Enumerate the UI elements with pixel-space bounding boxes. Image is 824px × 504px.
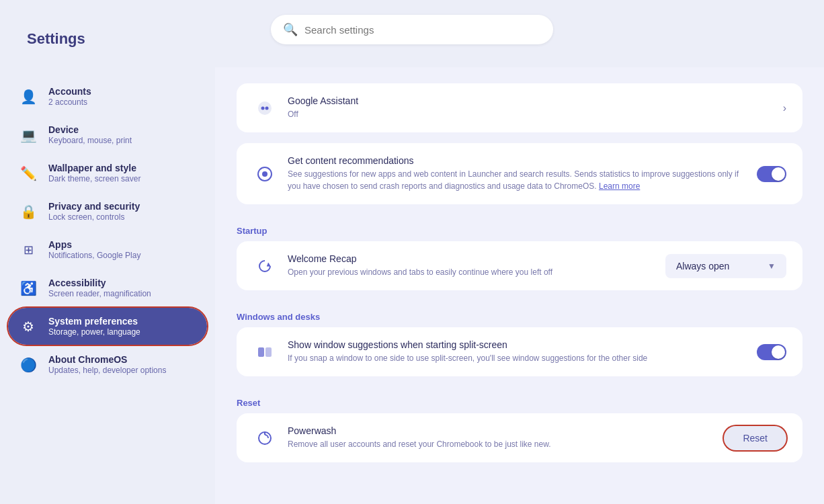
powerwash-card: Powerwash Remove all user accounts and r… <box>237 413 802 462</box>
header: Settings 🔍 <box>0 0 824 67</box>
svg-rect-6 <box>265 347 272 357</box>
svg-point-4 <box>262 171 267 177</box>
sidebar-item-title: Privacy and security <box>48 201 196 212</box>
accessibility-icon: ♿ <box>19 280 38 296</box>
content-rec-icon <box>253 162 277 186</box>
sidebar-item-title: Wallpaper and style <box>48 163 196 173</box>
sidebar-item-subtitle: Dark theme, screen saver <box>48 174 196 183</box>
search-icon: 🔍 <box>283 22 298 37</box>
google-assistant-subtitle: Off <box>288 108 772 120</box>
sidebar-item-subtitle: Keyboard, mouse, print <box>48 136 196 145</box>
welcome-recap-icon <box>253 254 277 278</box>
content-rec-title: Get content recommendations <box>288 155 746 166</box>
split-screen-toggle[interactable] <box>757 344 786 360</box>
powerwash-subtitle: Remove all user accounts and reset your … <box>288 438 713 450</box>
content-recommendations-card: Get content recommendations See suggesti… <box>237 143 802 204</box>
search-input[interactable] <box>304 24 541 36</box>
reset-button[interactable]: Reset <box>724 426 786 450</box>
reset-section-label: Reset <box>237 387 802 413</box>
sidebar-item-title: Device <box>48 124 196 135</box>
powerwash-icon <box>253 426 277 450</box>
welcome-recap-dropdown[interactable]: Always open ▼ <box>665 254 786 278</box>
google-assistant-title: Google Assistant <box>288 95 772 106</box>
page-title: Settings <box>27 30 85 48</box>
split-screen-icon <box>253 340 277 364</box>
startup-section-label: Startup <box>237 215 802 241</box>
privacy-icon: 🔒 <box>19 204 38 220</box>
sidebar-item-title: Apps <box>48 239 196 250</box>
dropdown-value: Always open <box>676 261 729 271</box>
sidebar-item-apps[interactable]: ⊞ Apps Notifications, Google Play <box>8 231 207 268</box>
sidebar-item-subtitle: Screen reader, magnification <box>48 289 196 298</box>
google-assistant-row: Google Assistant Off › <box>237 83 802 132</box>
sidebar-item-title: Accounts <box>48 86 196 97</box>
powerwash-row: Powerwash Remove all user accounts and r… <box>237 413 802 462</box>
learn-more-link[interactable]: Learn more <box>599 181 640 191</box>
dropdown-arrow-icon: ▼ <box>768 261 776 271</box>
sidebar-item-subtitle: Lock screen, controls <box>48 212 196 222</box>
sidebar-item-subtitle: Storage, power, language <box>48 327 196 337</box>
windows-section-label: Windows and desks <box>237 301 802 327</box>
split-screen-subtitle: If you snap a window to one side to use … <box>288 352 746 364</box>
welcome-recap-subtitle: Open your previous windows and tabs to e… <box>288 266 655 278</box>
google-assistant-card: Google Assistant Off › <box>237 83 802 132</box>
content-rec-toggle[interactable] <box>757 166 786 182</box>
content-recommendations-row: Get content recommendations See suggesti… <box>237 143 802 204</box>
svg-point-1 <box>261 106 265 110</box>
content-rec-subtitle: See suggestions for new apps and web con… <box>288 168 746 192</box>
device-icon: 💻 <box>19 127 38 143</box>
welcome-recap-card: Welcome Recap Open your previous windows… <box>237 241 802 290</box>
main-content: Google Assistant Off › Get content recom… <box>215 67 824 504</box>
svg-rect-5 <box>258 347 264 357</box>
sidebar-item-wallpaper[interactable]: ✏️ Wallpaper and style Dark theme, scree… <box>8 155 207 192</box>
body: 👤 Accounts 2 accounts 💻 Device Keyboard,… <box>0 67 824 504</box>
split-screen-card: Show window suggestions when starting sp… <box>237 327 802 376</box>
svg-point-0 <box>258 101 272 115</box>
sidebar-item-title: Accessibility <box>48 278 196 288</box>
sidebar-item-title: About ChromeOS <box>48 354 196 365</box>
about-icon: 🔵 <box>19 357 38 373</box>
welcome-recap-row: Welcome Recap Open your previous windows… <box>237 241 802 290</box>
powerwash-title: Powerwash <box>288 425 713 436</box>
sidebar-item-accounts[interactable]: 👤 Accounts 2 accounts <box>8 78 207 115</box>
sidebar-item-title: System preferences <box>48 316 196 327</box>
accounts-icon: 👤 <box>19 89 38 105</box>
search-bar: 🔍 <box>271 15 553 44</box>
sidebar-item-device[interactable]: 💻 Device Keyboard, mouse, print <box>8 116 207 153</box>
sidebar-item-system[interactable]: ⚙ System preferences Storage, power, lan… <box>8 308 207 345</box>
sidebar-item-accessibility[interactable]: ♿ Accessibility Screen reader, magnifica… <box>8 269 207 306</box>
split-screen-row: Show window suggestions when starting sp… <box>237 327 802 376</box>
sidebar: 👤 Accounts 2 accounts 💻 Device Keyboard,… <box>0 67 215 504</box>
sidebar-item-privacy[interactable]: 🔒 Privacy and security Lock screen, cont… <box>8 193 207 230</box>
sidebar-item-about[interactable]: 🔵 About ChromeOS Updates, help, develope… <box>8 346 207 383</box>
sidebar-item-subtitle: Notifications, Google Play <box>48 251 196 260</box>
wallpaper-icon: ✏️ <box>19 165 38 181</box>
split-screen-title: Show window suggestions when starting sp… <box>288 339 746 350</box>
sidebar-item-subtitle: 2 accounts <box>48 97 196 107</box>
svg-point-2 <box>265 106 269 110</box>
google-assistant-chevron: › <box>783 102 786 114</box>
apps-icon: ⊞ <box>19 243 38 257</box>
system-icon: ⚙ <box>19 319 38 335</box>
google-assistant-icon <box>253 96 277 120</box>
sidebar-item-subtitle: Updates, help, developer options <box>48 366 196 375</box>
welcome-recap-title: Welcome Recap <box>288 253 655 264</box>
